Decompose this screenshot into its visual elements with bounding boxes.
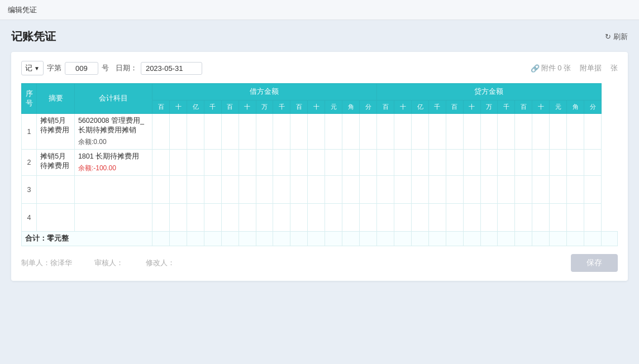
row1-d8[interactable] (273, 114, 290, 150)
row1-d9[interactable] (290, 114, 308, 150)
row2-d2[interactable] (169, 150, 187, 176)
table-row: 1 摊销5月待摊费用 56020008 管理费用_长期待摊费用摊销 余额:0.0… (22, 114, 618, 150)
window-title: 编辑凭证 (8, 5, 37, 15)
debit-col-qian2: 千 (273, 100, 290, 114)
row1-d7[interactable] (256, 114, 273, 150)
date-input[interactable] (141, 62, 202, 75)
row2-d8[interactable] (273, 150, 290, 176)
hao-label: 号 (102, 63, 109, 73)
row3-seq: 3 (22, 176, 37, 204)
row2-summary[interactable]: 摊销5月待摊费用 (37, 150, 75, 176)
row2-d12[interactable] (342, 150, 360, 176)
sheet-link[interactable]: 附单据 (580, 63, 602, 73)
voucher-number-input[interactable] (65, 62, 98, 75)
debit-col-shi2: 十 (239, 100, 256, 114)
row1-summary[interactable]: 摊销5月待摊费用 (37, 114, 75, 150)
credit-col-wan: 万 (480, 100, 498, 114)
row1-d3[interactable] (187, 114, 204, 150)
row1-d11[interactable] (325, 114, 342, 150)
row2-d1[interactable] (152, 150, 169, 176)
row1-d12[interactable] (342, 114, 360, 150)
row2-c6[interactable] (463, 150, 480, 176)
date-label: 日期： (116, 63, 137, 73)
debit-col-shi1: 十 (169, 100, 187, 114)
row1-c5[interactable] (446, 114, 463, 150)
row3-account[interactable] (74, 176, 152, 204)
row2-d3[interactable] (187, 150, 204, 176)
row2-c5[interactable] (446, 150, 463, 176)
page-container: 记账凭证 ↻ 刷新 记 ▼ 字第 号 日期： 🔗 (0, 20, 639, 364)
row2-c9[interactable] (515, 150, 532, 176)
row2-c7[interactable] (480, 150, 498, 176)
credit-col-bai2: 百 (446, 100, 463, 114)
row2-c2[interactable] (394, 150, 411, 176)
voucher-table: 序号 摘要 会计科目 借方金额 贷方金额 百 十 亿 千 百 十 万 千 百 十 (21, 83, 618, 246)
save-button[interactable]: 保存 (571, 254, 618, 272)
credit-col-shi3: 十 (532, 100, 550, 114)
row2-c1[interactable] (376, 150, 394, 176)
row1-c10[interactable] (532, 114, 550, 150)
row2-d4[interactable] (204, 150, 221, 176)
row2-d6[interactable] (239, 150, 256, 176)
row2-d10[interactable] (308, 150, 325, 176)
row2-c8[interactable] (498, 150, 515, 176)
credit-col-bai1: 百 (376, 100, 394, 114)
row2-d7[interactable] (256, 150, 273, 176)
row1-d5[interactable] (221, 114, 239, 150)
row1-c4[interactable] (428, 114, 446, 150)
attach-link[interactable]: 🔗 附件 0 张 (531, 63, 571, 73)
row1-c3[interactable] (411, 114, 428, 150)
credit-col-qian1: 千 (428, 100, 446, 114)
debit-col-shi3: 十 (308, 100, 325, 114)
row1-c11[interactable] (550, 114, 567, 150)
row3-summary[interactable] (37, 176, 75, 204)
row1-d13[interactable] (360, 114, 377, 150)
row2-d9[interactable] (290, 150, 308, 176)
row1-d4[interactable] (204, 114, 221, 150)
row2-c12[interactable] (567, 150, 584, 176)
date-field: 日期： (116, 62, 202, 75)
row1-c13[interactable] (584, 114, 602, 150)
row4-summary[interactable] (37, 204, 75, 232)
row1-c8[interactable] (498, 114, 515, 150)
row1-c9[interactable] (515, 114, 532, 150)
row2-c4[interactable] (428, 150, 446, 176)
debit-col-yi: 亿 (187, 100, 204, 114)
total-label: 合计：零元整 (22, 232, 152, 246)
row2-c10[interactable] (532, 150, 550, 176)
row1-d6[interactable] (239, 114, 256, 150)
voucher-card: 记 ▼ 字第 号 日期： 🔗 附件 0 张 附单据 张 (11, 52, 628, 281)
row2-c3[interactable] (411, 150, 428, 176)
creator-section: 制单人：徐泽华 (21, 258, 72, 268)
zi-label: 字第 (47, 63, 61, 73)
credit-col-shi2: 十 (463, 100, 480, 114)
row1-account-code: 56020008 (78, 117, 109, 124)
row1-account[interactable]: 56020008 管理费用_长期待摊费用摊销 余额:0.00 (74, 114, 152, 150)
prefix-select[interactable]: 记 ▼ (21, 61, 44, 75)
table-row: 2 摊销5月待摊费用 1801 长期待摊费用 余额:-100.00 (22, 150, 618, 176)
row4-account[interactable] (74, 204, 152, 232)
editor-section: 修改人： (146, 258, 175, 268)
row1-seq: 1 (22, 114, 37, 150)
row1-c2[interactable] (394, 114, 411, 150)
row1-c6[interactable] (463, 114, 480, 150)
row2-d11[interactable] (325, 150, 342, 176)
row1-d1[interactable] (152, 114, 169, 150)
row1-d2[interactable] (169, 114, 187, 150)
debit-col-fen: 分 (360, 100, 377, 114)
row1-c1[interactable] (376, 114, 394, 150)
total-label-text: 合计： (25, 234, 47, 242)
refresh-button[interactable]: ↻ 刷新 (605, 32, 628, 42)
row1-c12[interactable] (567, 114, 584, 150)
row2-c13[interactable] (584, 150, 602, 176)
row1-d10[interactable] (308, 114, 325, 150)
row2-c11[interactable] (550, 150, 567, 176)
col-seq-header: 序号 (22, 84, 37, 114)
attach-label: 附件 0 张 (541, 63, 571, 73)
row2-d13[interactable] (360, 150, 377, 176)
row2-d5[interactable] (221, 150, 239, 176)
window-titlebar: 编辑凭证 (0, 0, 639, 20)
debit-col-jiao: 角 (342, 100, 360, 114)
row1-c7[interactable] (480, 114, 498, 150)
row2-account[interactable]: 1801 长期待摊费用 余额:-100.00 (74, 150, 152, 176)
